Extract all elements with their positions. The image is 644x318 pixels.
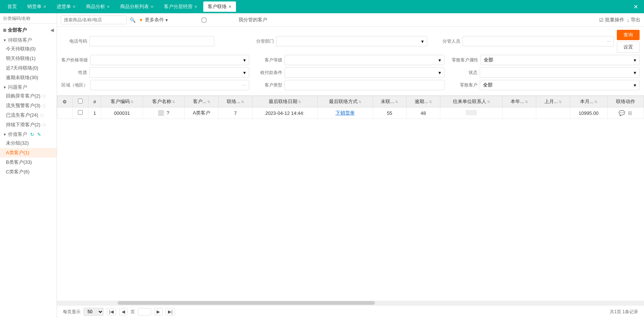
page-number-input[interactable]: 1 (138, 308, 151, 315)
sidebar-item-overdue[interactable]: 逾期未联络(30) (0, 73, 57, 82)
window-close-button[interactable]: ✕ (630, 3, 641, 10)
sidebar-item-class-c[interactable]: C类客户(6) (0, 167, 57, 177)
filter-retail-attr: 零散客户属性 全部 ▾ (452, 55, 640, 65)
sidebar-item-abnormal[interactable]: 回购异常客户(2) ⓘ (0, 91, 57, 101)
col-year-amount[interactable]: 本年...⇅ (502, 96, 536, 107)
export-btn[interactable]: ↓ 导出 (627, 17, 641, 23)
batch-op-btn[interactable]: ☑ 批量操作 (599, 17, 624, 23)
sidebar-item-declining[interactable]: 持续下滑客户(2) ⓘ (0, 120, 57, 130)
nature-chevron-icon: ▾ (243, 70, 246, 75)
nav-tab-3[interactable]: 商品分析列表 ✕ (116, 1, 158, 12)
nav-tab-0[interactable]: 销货单 ✕ (23, 1, 51, 12)
manager-input[interactable]: ··· (462, 36, 614, 46)
dept-select[interactable]: ▾ (276, 36, 427, 46)
my-customers-check[interactable] (171, 18, 237, 22)
select-all-checkbox[interactable] (78, 99, 83, 103)
sidebar-item-tomorrow[interactable]: 明天待联络(1) (0, 54, 57, 63)
col-no-contact[interactable]: 未联...⇅ (373, 96, 407, 107)
settings-column-header[interactable]: ⚙ (57, 96, 73, 107)
nav-tab-1[interactable]: 进货单 ✕ (52, 1, 80, 12)
price-grade-select[interactable]: ▾ (90, 55, 249, 65)
chat-action-icon[interactable]: 💬 (619, 110, 625, 116)
dept-label: 分管部门 (248, 38, 274, 45)
col-unit-contact[interactable]: 往来单位联系人⇅ (440, 96, 502, 107)
query-button[interactable]: 查询 (617, 30, 640, 40)
all-customers-header[interactable]: ⊞ 全部客户 ◀ (0, 25, 57, 35)
settings-button[interactable]: 设置 (617, 42, 640, 53)
sidebar-item-churn-warning[interactable]: 流失预警客户(3) ⓘ (0, 101, 57, 110)
group-value-customers[interactable]: ▼ 价值客户 ↻ ✎ (0, 130, 57, 138)
payment-select[interactable]: ▾ (285, 67, 444, 78)
arrow-icon: ▼ (3, 85, 7, 89)
col-code[interactable]: 客户编码⇅ (101, 96, 143, 107)
nav-tab-2[interactable]: 商品分析 ✕ (82, 1, 114, 12)
nav-home[interactable]: 首页 (3, 2, 21, 11)
more-conditions-btn[interactable]: ▼ 更多条件 ▾ (139, 17, 168, 23)
area-input[interactable]: ··· (90, 80, 249, 90)
sidebar-item-class-a[interactable]: A类客户(1) (0, 148, 57, 158)
customer-grade-select[interactable]: ▾ (285, 55, 444, 65)
retail-customer-select[interactable]: 全部 ▾ (480, 80, 640, 90)
close-tab-2[interactable]: ✕ (107, 4, 110, 9)
sidebar-item-class-b[interactable]: B类客户(33) (0, 158, 57, 167)
col-overdue[interactable]: 逾期...⇅ (407, 96, 440, 107)
edit-icon[interactable]: ✎ (37, 132, 41, 137)
retail-attr-select[interactable]: 全部 ▾ (480, 55, 640, 65)
sidebar-item-7days[interactable]: 近7天待联络(0) (0, 63, 57, 73)
group-pending-contact[interactable]: ▼ 待联络客户 (0, 35, 57, 44)
col-this-month[interactable]: 本月...⇅ (570, 96, 607, 107)
nav-tab-5[interactable]: 客户联络 ✕ (203, 1, 236, 12)
my-customers-checkbox[interactable]: 我分管的客户 (171, 17, 267, 23)
nav-tab-4[interactable]: 客户分层经营 ✕ (160, 1, 202, 12)
next-page-btn[interactable]: ▶ (154, 308, 162, 315)
sidebar-item-churned[interactable]: 已流失客户(24) ⓘ (0, 110, 57, 120)
col-last-month[interactable]: 上月...⇅ (536, 96, 570, 107)
col-action: 联络动作 (607, 96, 644, 107)
status-select[interactable]: ▾ (480, 67, 640, 78)
prev-page-btn[interactable]: ◀ (119, 308, 128, 315)
row-select-checkbox[interactable] (78, 110, 83, 115)
col-contact[interactable]: 联络...⇅ (219, 96, 253, 107)
collapse-button[interactable]: ◀ (50, 28, 54, 33)
toolbar-search-icon[interactable]: 🔍 (130, 17, 136, 23)
checkbox-column-header[interactable] (72, 96, 88, 107)
link-action-icon[interactable]: ⊞ (628, 110, 632, 116)
sidebar-item-ungrouped[interactable]: 未分组(32) (0, 138, 57, 148)
price-grade-label: 客户价格等级 (61, 57, 88, 63)
col-last-method[interactable]: 最后联络方式⇅ (317, 96, 373, 107)
col-last-date[interactable]: 最后联络日期⇅ (252, 96, 317, 107)
last-page-btn[interactable]: ▶| (165, 308, 175, 315)
sidebar-item-today[interactable]: 今天待联络(0) (0, 44, 57, 54)
customer-type-select[interactable] (285, 80, 444, 90)
search-input[interactable] (61, 15, 127, 24)
close-tab-5[interactable]: ✕ (228, 4, 232, 9)
refresh-icon[interactable]: ↻ (30, 132, 34, 137)
horizontal-scrollbar[interactable] (57, 301, 644, 305)
phone-input[interactable] (89, 36, 214, 46)
col-name[interactable]: 客户名称⇅ (143, 96, 184, 107)
info-icon: ⓘ (42, 94, 46, 98)
nature-select[interactable]: ▾ (89, 67, 249, 78)
first-page-btn[interactable]: |◀ (107, 308, 116, 315)
row-last-date: 2023-04-12 14:44: (252, 107, 317, 119)
arrow-icon: ▼ (3, 132, 7, 137)
close-tab-4[interactable]: ✕ (194, 4, 197, 9)
scrollbar-thumb[interactable] (118, 301, 375, 305)
phone-label: 电话号码 (61, 38, 87, 45)
row-last-method[interactable]: 下销货单 (317, 107, 373, 119)
row-unit-contact (440, 107, 502, 119)
col-type[interactable]: 客户...⇅ (185, 96, 219, 107)
sidebar-search-input[interactable] (3, 16, 57, 21)
row-code[interactable]: 000031 (101, 107, 143, 119)
customer-type-label: 客户类型 (257, 82, 282, 88)
action-icons: 💬 ⊞ (611, 110, 641, 116)
filter-payment: 收付款条件 ▾ (257, 67, 444, 78)
close-tab-3[interactable]: ✕ (150, 4, 154, 9)
row-checkbox[interactable] (72, 107, 88, 119)
per-page-select[interactable]: 50 100 200 (83, 308, 104, 316)
retail-customer-chevron-icon: ▾ (634, 82, 636, 88)
filter-row-4: 区域（地区） ··· 客户类型 零散客户 全部 ▾ (61, 80, 640, 90)
group-problem-customers[interactable]: ▼ 问题客户 (0, 82, 57, 91)
close-tab-1[interactable]: ✕ (72, 4, 76, 9)
close-tab-0[interactable]: ✕ (43, 4, 46, 9)
